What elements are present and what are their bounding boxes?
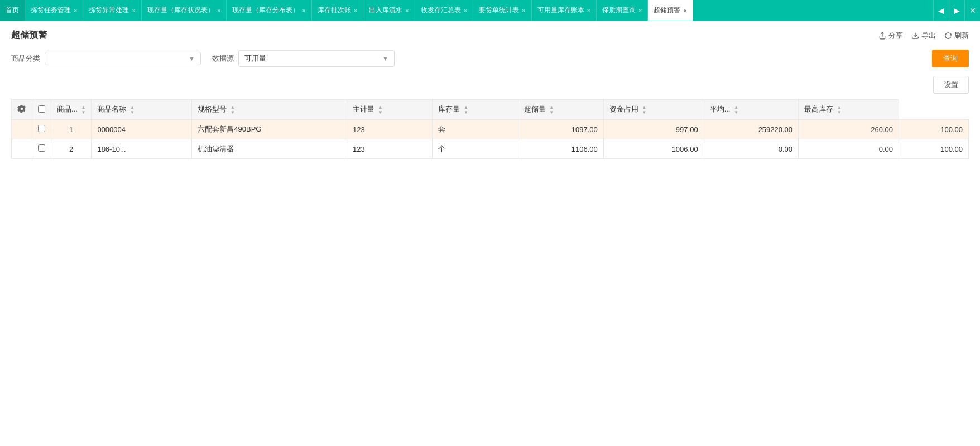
nav-label-overstock: 超储预警 <box>654 6 680 15</box>
header-avg[interactable]: 平均... ▲▼ <box>704 100 798 120</box>
nav-label-batch: 库存批次账 <box>318 6 351 15</box>
sort-icons-capital[interactable]: ▲▼ <box>642 105 646 115</box>
row-num-0: 1 <box>51 120 92 139</box>
query-button[interactable]: 查询 <box>932 50 969 67</box>
category-label: 商品分类 <box>11 54 40 64</box>
nav-item-stock-dist[interactable]: 现存量（库存分布表） × <box>227 0 311 21</box>
header-unit-label: 主计量 <box>353 105 374 113</box>
header-checkbox <box>32 100 51 120</box>
header-capital[interactable]: 资金占用 ▲▼ <box>603 100 704 120</box>
sort-icons-overstock[interactable]: ▲▼ <box>549 105 554 115</box>
row-stock-0: 1097.00 <box>518 120 603 139</box>
row-checkbox-0[interactable] <box>38 125 45 132</box>
page-actions: 分享 导出 刷新 <box>878 31 969 41</box>
nav-item-stock-status[interactable]: 现存量（库存状况表） × <box>142 0 227 21</box>
nav-item-task[interactable]: 拣货任务管理 × <box>25 0 83 21</box>
row-num-1: 2 <box>51 139 92 159</box>
top-navigation: 首页 拣货任务管理 × 拣货异常处理 × 现存量（库存状况表） × 现存量（库存… <box>0 0 980 21</box>
row-name-1: 机油滤清器 <box>192 139 347 159</box>
close-icon-stock-status[interactable]: × <box>217 7 220 14</box>
close-icon-abnormal[interactable]: × <box>132 7 135 14</box>
close-icon-batch[interactable]: × <box>354 7 357 14</box>
chevron-down-icon: ▼ <box>189 55 195 62</box>
nav-arrow-left[interactable]: ◀ <box>933 0 949 21</box>
header-max-label: 最高库存 <box>804 105 833 113</box>
header-name-label: 商品名称 <box>97 105 126 113</box>
filter-actions: 查询 <box>932 50 969 67</box>
nav-item-abnormal[interactable]: 拣货异常处理 × <box>83 0 141 21</box>
nav-label-available: 可用量库存账本 <box>537 6 584 15</box>
row-checkbox-1[interactable] <box>38 144 45 152</box>
nav-item-available[interactable]: 可用量库存账本 × <box>532 0 597 21</box>
header-avg-label: 平均... <box>710 105 731 113</box>
sort-icons-unit[interactable]: ▲▼ <box>378 105 383 115</box>
sort-icons-stock[interactable]: ▲▼ <box>464 105 468 115</box>
nav-item-expiry[interactable]: 保质期查询 × <box>597 0 648 21</box>
share-icon <box>878 32 886 40</box>
nav-label-inout: 出入库流水 <box>369 6 402 15</box>
nav-label-collect: 收发存汇总表 <box>421 6 461 15</box>
filter-row: 商品分类 ▼ 数据源 可用量 ▼ 查询 <box>11 50 969 67</box>
header-overstock[interactable]: 超储量 ▲▼ <box>518 100 603 120</box>
row-spec-0: 123 <box>347 120 433 139</box>
header-stock-label: 库存量 <box>438 105 460 113</box>
row-stock-1: 1106.00 <box>518 139 603 159</box>
row-unit-1: 个 <box>433 139 518 159</box>
nav-item-batch[interactable]: 库存批次账 × <box>312 0 363 21</box>
table-row: 2 186-10... 机油滤清器 123 个 1106.00 1006.00 … <box>12 139 969 159</box>
row-max-1: 100.00 <box>899 139 969 159</box>
close-icon-collect[interactable]: × <box>464 7 467 14</box>
close-icon-task[interactable]: × <box>74 7 77 14</box>
close-icon-order-stat[interactable]: × <box>522 7 525 14</box>
datasource-value: 可用量 <box>244 54 266 64</box>
nav-label-order-stat: 要货单统计表 <box>479 6 519 15</box>
filter-category: 商品分类 ▼ <box>11 52 201 65</box>
nav-label-home: 首页 <box>6 6 19 15</box>
share-button[interactable]: 分享 <box>878 31 903 41</box>
row-overstock-0: 997.00 <box>603 120 704 139</box>
nav-label-stock-status: 现存量（库存状况表） <box>147 6 214 15</box>
row-code-0: 0000004 <box>92 120 192 139</box>
select-all-checkbox[interactable] <box>38 105 45 113</box>
refresh-icon <box>944 32 952 40</box>
header-code[interactable]: 商品... ▲▼ <box>51 100 92 120</box>
close-icon-available[interactable]: × <box>587 7 590 14</box>
header-stock[interactable]: 库存量 ▲▼ <box>433 100 518 120</box>
nav-item-collect[interactable]: 收发存汇总表 × <box>415 0 473 21</box>
data-table: 商品... ▲▼ 商品名称 ▲▼ 规格型号 ▲▼ <box>11 99 969 159</box>
settings-button[interactable]: 设置 <box>933 76 969 94</box>
sort-icons-avg[interactable]: ▲▼ <box>734 105 738 115</box>
header-spec[interactable]: 规格型号 ▲▼ <box>192 100 347 120</box>
header-spec-label: 规格型号 <box>198 105 227 113</box>
sort-icons-name[interactable]: ▲▼ <box>130 105 134 115</box>
nav-arrow-right[interactable]: ▶ <box>949 0 964 21</box>
nav-arrows: ◀ ▶ ✕ <box>933 0 980 21</box>
datasource-select[interactable]: 可用量 ▼ <box>238 50 395 67</box>
close-icon-expiry[interactable]: × <box>638 7 642 14</box>
row-settings-0 <box>12 120 32 139</box>
sort-icons-spec[interactable]: ▲▼ <box>230 105 235 115</box>
close-icon-stock-dist[interactable]: × <box>302 7 305 14</box>
row-avg-1: 0.00 <box>799 139 899 159</box>
close-icon-overstock[interactable]: × <box>683 7 686 14</box>
sort-icons-code[interactable]: ▲▼ <box>81 105 85 115</box>
header-name[interactable]: 商品名称 ▲▼ <box>92 100 192 120</box>
header-max[interactable]: 最高库存 ▲▼ <box>799 100 899 120</box>
nav-item-inout[interactable]: 出入库流水 × <box>363 0 415 21</box>
gear-icon[interactable] <box>17 104 26 113</box>
nav-item-overstock[interactable]: 超储预警 × <box>648 0 693 21</box>
category-select[interactable]: ▼ <box>45 52 201 65</box>
row-avg-0: 260.00 <box>799 120 899 139</box>
nav-label-abnormal: 拣货异常处理 <box>89 6 129 15</box>
header-unit[interactable]: 主计量 ▲▼ <box>347 100 433 120</box>
settings-row: 设置 <box>11 76 969 94</box>
nav-item-home[interactable]: 首页 <box>0 0 25 21</box>
datasource-label: 数据源 <box>212 54 234 64</box>
refresh-button[interactable]: 刷新 <box>944 31 969 41</box>
close-icon-inout[interactable]: × <box>405 7 409 14</box>
sort-icons-max[interactable]: ▲▼ <box>837 105 842 115</box>
nav-arrow-close[interactable]: ✕ <box>964 0 980 21</box>
nav-item-order-stat[interactable]: 要货单统计表 × <box>473 0 531 21</box>
export-button[interactable]: 导出 <box>911 31 936 41</box>
row-settings-1 <box>12 139 32 159</box>
